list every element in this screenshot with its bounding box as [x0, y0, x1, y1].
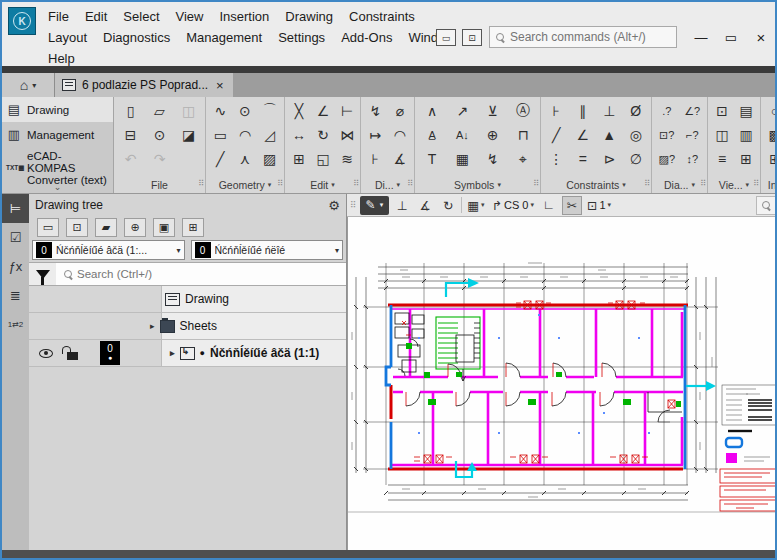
tab-close-icon[interactable]: ×	[216, 78, 224, 93]
menu-drawing[interactable]: Drawing	[277, 7, 341, 26]
trim-mode-toggle[interactable]: ✂	[562, 196, 582, 215]
quick-leader-icon[interactable]: ↯	[481, 148, 505, 171]
snap-rotate-button[interactable]: ↻	[438, 196, 458, 215]
menu-diagnostics[interactable]: Diagnostics	[95, 28, 178, 47]
new-window-icon[interactable]: ▭	[436, 29, 456, 46]
toolbar-group-label[interactable]: Dia...▾⠿	[652, 176, 707, 193]
home-dropdown-icon[interactable]: ▾	[32, 81, 36, 90]
expander-icon[interactable]: ▸	[150, 321, 155, 331]
unit-icon[interactable]: ⊞	[763, 148, 775, 171]
angular-dimension-icon[interactable]: ∡	[388, 148, 412, 171]
toolbar-group-label[interactable]: File⠿	[114, 176, 205, 193]
sidebar-item-management[interactable]: ▥Management	[2, 122, 113, 147]
group-grip-icon[interactable]: ⠿	[533, 179, 539, 188]
text-icon[interactable]: T	[420, 148, 444, 171]
auto-dimension-icon[interactable]: ↯	[363, 100, 387, 123]
fragment-button[interactable]: ⊞	[182, 218, 204, 237]
vertical-constraint-icon[interactable]: ⋮	[544, 148, 568, 171]
chevron-down-icon[interactable]: ▾	[268, 181, 272, 189]
fillet-icon[interactable]: ⌒	[258, 100, 282, 123]
section-line-icon[interactable]: ⊕	[481, 124, 505, 147]
search-input[interactable]	[510, 30, 660, 44]
toolbar-group-label[interactable]: Symbols▾⠿	[415, 176, 540, 193]
group-grip-icon[interactable]: ⠿	[198, 179, 204, 188]
unlock-icon[interactable]	[67, 352, 78, 360]
menu-edit[interactable]: Edit	[77, 7, 115, 26]
linear-dimension-icon[interactable]: ↦	[363, 124, 387, 147]
new-view-button[interactable]: ⊡	[66, 218, 88, 237]
layer-selector[interactable]: ⊡ 1 ▾	[585, 196, 613, 215]
text-align-icon[interactable]: A↓	[450, 124, 474, 147]
insert-fragment-icon[interactable]: ⊞	[734, 148, 758, 171]
menu-help[interactable]: Help	[40, 49, 83, 68]
snap-angle-button[interactable]: ∡	[415, 196, 435, 215]
layer-combo[interactable]: 0 Ńčńňĺěíűé ńëîé ▾	[191, 240, 344, 260]
group-grip-icon[interactable]: ⠿	[407, 179, 413, 188]
chevron-down-icon[interactable]: ▾	[176, 246, 180, 255]
menu-add-ons[interactable]: Add-Ons	[333, 28, 400, 47]
home-button[interactable]: ⌂ ▾	[2, 73, 55, 97]
toolbar-group-label[interactable]: Ins...▾⠿	[761, 176, 775, 193]
sidebar-chevron-icon[interactable]: ⌄	[2, 182, 113, 192]
group-grip-icon[interactable]: ⠿	[753, 179, 759, 188]
trim-icon[interactable]: ╳	[287, 100, 311, 123]
hatch-icon[interactable]: ▨	[258, 148, 282, 171]
parallel-icon[interactable]: ∥	[571, 100, 595, 123]
symmetry-icon[interactable]: ⊳	[597, 148, 621, 171]
grid-button[interactable]: ▦ ▾	[465, 196, 486, 215]
shapes-icon[interactable]: ○	[763, 100, 775, 123]
menu-insertion[interactable]: Insertion	[211, 7, 277, 26]
snap-perpendicular-button[interactable]: ⊥	[392, 196, 412, 215]
toolbar-grip[interactable]: ⠿	[350, 200, 357, 210]
view-number-badge[interactable]: 0 ●	[100, 341, 120, 365]
chevron-down-icon[interactable]: ▾	[622, 181, 626, 189]
measure-corner-icon[interactable]: ⌐?	[680, 124, 704, 147]
tree-search-input[interactable]	[73, 268, 346, 280]
perpendicular-icon[interactable]: ⊥	[597, 100, 621, 123]
measure-angle-icon[interactable]: ∠?	[680, 100, 704, 123]
equal-icon[interactable]: =	[571, 148, 595, 171]
collinear-icon[interactable]: ╱	[544, 124, 568, 147]
hide-view-button[interactable]: ▭	[37, 218, 59, 237]
trim-corner-icon[interactable]: ∠	[311, 100, 335, 123]
diameter-dimension-icon[interactable]: ⌀	[388, 100, 412, 123]
toolbar-group-label[interactable]: Vie...▾⠿	[708, 176, 760, 193]
expander-icon[interactable]: ▸	[170, 348, 175, 358]
view-layout-icon[interactable]: ▥	[734, 124, 758, 147]
tree-row-system-view[interactable]: 0 ● ▸ ● Ńčńňĺěíűé âčä (1:1)	[29, 340, 346, 367]
open-document-icon[interactable]: ▱	[148, 100, 172, 123]
view-manager-icon[interactable]: ▤	[734, 100, 758, 123]
conic-spline-icon[interactable]: ∿	[208, 100, 232, 123]
tangent-icon[interactable]: Ø	[624, 100, 648, 123]
group-grip-icon[interactable]: ⠿	[277, 179, 283, 188]
leader-icon[interactable]: ↗	[450, 100, 474, 123]
menu-file[interactable]: File	[40, 7, 77, 26]
drawing-canvas[interactable]	[347, 217, 777, 550]
view-combo[interactable]: 0 Ńčńňĺěíűé âčä (1:... ▾	[32, 240, 185, 260]
center-mark-icon[interactable]: ⌖	[511, 148, 535, 171]
concentric-icon[interactable]: ◎	[624, 124, 648, 147]
menu-settings[interactable]: Settings	[270, 28, 333, 47]
radial-dimension-icon[interactable]: ◠	[388, 124, 412, 147]
copy-icon[interactable]: ⊞	[287, 148, 311, 171]
plane-button[interactable]: ▰	[95, 218, 117, 237]
menu-management[interactable]: Management	[178, 28, 270, 47]
datum-dimension-icon[interactable]: ⊦	[363, 148, 387, 171]
filter-button[interactable]	[29, 263, 56, 285]
new-document-icon[interactable]: ▯	[119, 100, 143, 123]
shapes-button[interactable]: ⊕	[124, 218, 146, 237]
minimize-button[interactable]: —	[688, 26, 714, 48]
toolbar-group-label[interactable]: Geometry▾⠿	[206, 176, 284, 193]
extend-icon[interactable]: ⊢	[335, 100, 359, 123]
picture-button[interactable]: ▣	[153, 218, 175, 237]
circle-icon[interactable]: ⊙	[233, 100, 257, 123]
rail-item-layers[interactable]: ≣	[2, 281, 29, 310]
toolbar-group-label[interactable]: Constraints▾⠿	[541, 176, 651, 193]
chevron-down-icon[interactable]: ▾	[397, 181, 401, 189]
move-icon[interactable]: ↔	[287, 124, 311, 147]
command-search[interactable]	[489, 26, 677, 48]
print-icon[interactable]: ⊟	[119, 124, 143, 147]
visibility-eye-icon[interactable]	[39, 349, 53, 358]
table-icon[interactable]: ▦	[450, 148, 474, 171]
chevron-down-icon[interactable]: ▾	[331, 181, 335, 189]
